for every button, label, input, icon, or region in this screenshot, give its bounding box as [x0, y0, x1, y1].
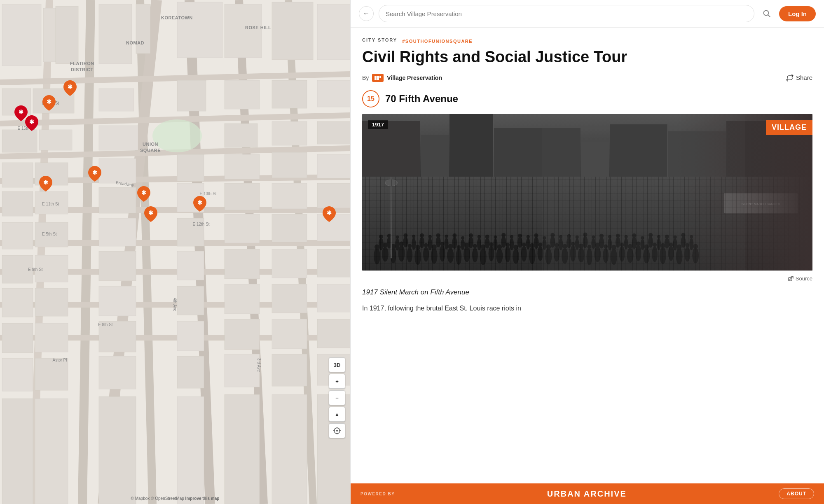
- svg-point-193: [660, 243, 665, 248]
- svg-point-253: [583, 232, 588, 236]
- svg-point-198: [684, 247, 690, 261]
- svg-rect-33: [317, 80, 350, 107]
- author-row: By Village Preservation: [362, 74, 812, 82]
- svg-point-107: [336, 430, 338, 432]
- svg-point-258: [608, 238, 612, 250]
- svg-line-113: [768, 15, 770, 17]
- photo-buildings: [362, 114, 812, 184]
- svg-point-175: [588, 245, 592, 249]
- svg-rect-51: [225, 183, 260, 210]
- photo-image: SILENT MARCH BANNER: [362, 114, 812, 271]
- svg-point-265: [632, 233, 637, 237]
- svg-point-178: [603, 248, 609, 263]
- map-pin-4[interactable]: ✱: [39, 176, 52, 191]
- svg-rect-90: [35, 399, 68, 504]
- svg-point-192: [660, 247, 666, 264]
- svg-rect-72: [225, 284, 260, 314]
- map-pin-1[interactable]: ✱: [42, 95, 56, 111]
- svg-rect-52: [272, 183, 307, 209]
- svg-rect-40: [2, 163, 33, 187]
- urban-archive-brand[interactable]: URBAN ARCHIVE: [547, 489, 627, 499]
- svg-point-255: [592, 235, 595, 238]
- svg-rect-85: [177, 356, 204, 388]
- photo-container: SILENT MARCH BANNER: [362, 114, 812, 271]
- svg-rect-117: [375, 78, 377, 80]
- photo-source[interactable]: Source: [362, 275, 812, 282]
- svg-rect-115: [375, 76, 377, 78]
- svg-rect-67: [317, 249, 350, 277]
- svg-rect-92: [177, 397, 204, 504]
- svg-rect-42: [99, 159, 136, 183]
- svg-point-274: [673, 238, 677, 250]
- svg-rect-59: [272, 214, 307, 242]
- svg-rect-47: [2, 191, 33, 216]
- map-pin-7[interactable]: ✱: [193, 196, 206, 212]
- svg-point-197: [677, 244, 682, 249]
- location-header: 15 70 Fifth Avenue: [362, 90, 812, 107]
- svg-point-174: [587, 248, 592, 265]
- map-panel[interactable]: KOREATOWN NOMAD ROSE HILL FLATIRONDISTRI…: [0, 0, 350, 504]
- source-label: Source: [796, 275, 812, 282]
- svg-rect-74: [317, 284, 350, 312]
- svg-point-245: [550, 233, 555, 237]
- svg-rect-66: [272, 249, 307, 278]
- svg-rect-44: [225, 154, 260, 179]
- svg-point-248: [566, 237, 571, 248]
- author-info: By Village Preservation: [362, 74, 442, 82]
- svg-point-201: [693, 244, 698, 249]
- locate-button[interactable]: [329, 423, 345, 438]
- improve-map-link[interactable]: Improve this map: [185, 496, 220, 501]
- zoom-in-button[interactable]: +: [329, 374, 345, 389]
- svg-point-17: [152, 119, 202, 152]
- about-button[interactable]: ABOUT: [779, 488, 814, 499]
- svg-text:✱: ✱: [141, 189, 146, 196]
- svg-rect-53: [317, 183, 350, 208]
- svg-point-250: [575, 238, 579, 250]
- back-button[interactable]: ←: [359, 6, 374, 21]
- svg-point-185: [628, 244, 633, 249]
- 3d-toggle-button[interactable]: 3D: [329, 357, 345, 372]
- svg-point-166: [554, 247, 559, 261]
- svg-rect-73: [272, 284, 307, 313]
- svg-rect-32: [272, 80, 307, 108]
- svg-rect-31: [225, 80, 260, 109]
- svg-point-262: [624, 238, 628, 249]
- location-number: 15: [362, 90, 379, 107]
- login-button[interactable]: Log In: [779, 6, 816, 21]
- svg-text:✱: ✱: [43, 179, 48, 186]
- svg-rect-46: [317, 154, 350, 178]
- svg-text:✱: ✱: [29, 119, 34, 125]
- share-label: Share: [796, 74, 812, 81]
- svg-rect-82: [2, 358, 33, 391]
- svg-point-169: [562, 244, 567, 249]
- footer-bar: POWERED BY URBAN ARCHIVE ABOUT: [351, 483, 824, 504]
- svg-rect-43: [177, 154, 204, 181]
- svg-text:✱: ✱: [92, 169, 97, 176]
- search-button[interactable]: [759, 6, 774, 21]
- map-pin-active-2[interactable]: ✱: [14, 105, 28, 121]
- svg-point-270: [657, 238, 661, 250]
- svg-point-196: [676, 248, 683, 264]
- description-text: In 1917, following the brutal East St. L…: [362, 303, 812, 314]
- photo-right-building: [677, 114, 812, 271]
- map-pin-8[interactable]: ✱: [323, 206, 336, 222]
- svg-point-263: [625, 235, 628, 238]
- svg-rect-83: [35, 358, 68, 390]
- map-pin-6[interactable]: ✱: [144, 206, 157, 222]
- map-pin-3[interactable]: ✱: [88, 166, 101, 182]
- svg-point-243: [543, 236, 546, 239]
- compass-button[interactable]: ▲: [329, 407, 345, 422]
- svg-rect-20: [56, 6, 78, 64]
- zoom-out-button[interactable]: −: [329, 390, 345, 405]
- svg-rect-49: [99, 187, 136, 213]
- search-input[interactable]: [379, 5, 754, 22]
- svg-rect-91: [99, 397, 136, 504]
- svg-rect-22: [136, 4, 150, 54]
- map-pin-5[interactable]: ✱: [137, 186, 150, 202]
- share-button[interactable]: Share: [786, 74, 812, 82]
- svg-rect-29: [99, 89, 134, 111]
- category-tag[interactable]: #SOUTHOFUNIONSQUARE: [402, 39, 473, 44]
- svg-point-276: [681, 236, 686, 247]
- map-pin-2[interactable]: ✱: [63, 80, 77, 96]
- svg-rect-21: [99, 4, 132, 64]
